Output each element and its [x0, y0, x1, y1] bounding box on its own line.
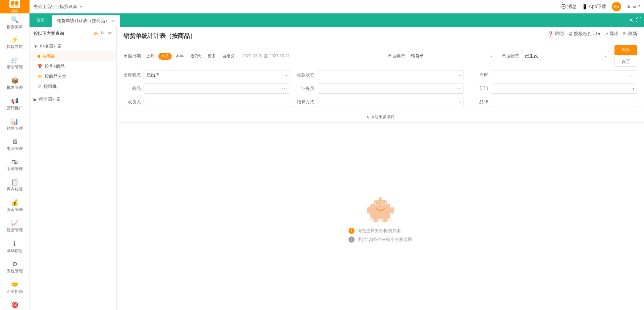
filter-by-month-product[interactable]: 📅 按月+商品 [30, 61, 116, 71]
tip-num-1: 1 [348, 228, 355, 234]
consignee-input[interactable]: ··· [144, 97, 290, 107]
date-tab-this-month[interactable]: 本月 [158, 53, 172, 60]
app-logo[interactable]: 标账 [0, 0, 30, 13]
collapse-btn[interactable]: ∧ 收起更多条件 [366, 114, 395, 120]
app-download-btn[interactable]: 📱 App下载 [582, 4, 606, 10]
collapse-icon: ▼ [34, 44, 38, 49]
empty-tip-1: 1 请先选择要分析的方案 [348, 228, 412, 234]
out-status-select[interactable]: 已出库 ▾ [144, 70, 290, 80]
sidebar-item-basic-info[interactable]: ℹ 基础信息 [0, 237, 29, 257]
sidebar-item-purchase[interactable]: 🛍 采购管理 [0, 155, 29, 175]
workspace-dropdown-icon[interactable]: ▾ [80, 4, 82, 9]
doc-status-select[interactable]: 已生效 ▾ [522, 51, 609, 61]
user-avatar-text: Ea [614, 4, 619, 9]
filter-by-printer[interactable]: 🖨 按司机 [30, 82, 116, 92]
refresh-btn[interactable]: ↻ 刷新 [623, 31, 637, 37]
sidebar-item-label: 资金管理 [7, 207, 23, 213]
receipt-status-arrow: ▾ [459, 73, 461, 77]
system-icon: ⚙ [12, 260, 17, 268]
product-input[interactable]: ··· [144, 84, 290, 94]
sidebar-item-inventory[interactable]: 📋 库存核算 [0, 175, 29, 196]
date-tab-last-month[interactable]: 上月 [144, 53, 157, 60]
filter-by-category[interactable]: 📁 按商品分类 [30, 71, 116, 82]
content-area: 按以下方案查询 ⊕ ↻ ≪ ▼ 电脑端方案 按商品 📅 按月+ [30, 27, 644, 310]
main-content: 销货单统计计表（按商品） ❓ 帮助 🖨 按模板打印 ▾ ↗ 导出 [117, 27, 644, 310]
sidebar-item-finance[interactable]: 💰 资金管理 [0, 196, 29, 216]
user-avatar[interactable]: Ea [612, 2, 621, 11]
settlement-arrow: ▾ [459, 100, 461, 104]
sidebar-item-wholesale[interactable]: 📦 批发管理 [0, 73, 29, 94]
doc-type-value: 销货单 [411, 53, 490, 59]
doc-type-arrow: ▾ [490, 54, 492, 58]
active-dot [38, 55, 40, 58]
date-tab-more[interactable]: 更多 [205, 53, 218, 60]
mobile-filter-group: ▶ 移动端方案 [30, 93, 116, 106]
sidebar-item-search-menu[interactable]: 🔍 搜索菜单 [0, 13, 29, 33]
export-label: 导出 [609, 31, 619, 37]
doc-status-value: 已生效 [525, 53, 604, 59]
filter-panel-title: 按以下方案查询 [34, 31, 64, 37]
marketing-icon: 📢 [11, 97, 18, 105]
tip-text-1: 请先选择要分析的方案 [357, 228, 401, 234]
sidebar-item-enterprise[interactable]: 🤝 企业协同 [0, 277, 29, 298]
tab-close-btn[interactable]: ✕ [629, 17, 633, 23]
tab-expand-btn[interactable]: ⛶ [636, 17, 641, 23]
tip-text-2: 用[过滤]条件来缩小分析范围 [357, 237, 412, 243]
doc-type-label: 单据类型 [388, 53, 408, 59]
tab-close-icon[interactable]: ✕ [111, 18, 115, 23]
wholesale-icon: 📦 [11, 77, 18, 84]
out-status-value: 已出库 [147, 72, 285, 78]
sidebar-item-label: 搜索菜单 [7, 24, 23, 30]
consignee-dots: ··· [282, 99, 287, 105]
message-btn[interactable]: 💬 消息 [560, 4, 577, 10]
workspace-name: 办公用品行业模拟账套 [34, 4, 77, 10]
collapse-panel-btn[interactable]: ≪ [107, 30, 112, 37]
template-print-label: 按模板打印 [574, 31, 597, 37]
filter-by-product[interactable]: 按商品 [30, 51, 116, 61]
doc-type-select[interactable]: 销货单 ▾ [408, 51, 495, 61]
sidebar-item-newbie[interactable]: 🎯 新手引导 [0, 298, 29, 310]
department-select[interactable]: ▾ [491, 84, 637, 94]
add-scheme-btn[interactable]: ⊕ [94, 30, 98, 37]
refresh-scheme-btn[interactable]: ↻ [101, 30, 105, 37]
brand-input[interactable]: ··· [491, 97, 637, 107]
tab-bar-actions: ✕ ⛶ [629, 17, 644, 23]
tip-num-2: 2 [348, 237, 355, 243]
message-label: 消息 [567, 4, 577, 10]
export-btn[interactable]: ↗ 导出 [604, 31, 619, 37]
date-tab-this-year[interactable]: 本年 [173, 53, 186, 60]
warehouse-input[interactable]: ··· [491, 70, 637, 80]
empty-state: 1 请先选择要分析的方案 2 用[过滤]条件来缩小分析范围 [117, 123, 644, 310]
tab-sales-stat[interactable]: 销货单统计计表（按商品） ✕ [52, 15, 120, 27]
svg-rect-14 [383, 218, 387, 222]
sidebar-item-marketing[interactable]: 📢 营销推广 [0, 94, 29, 114]
svg-rect-13 [374, 218, 378, 222]
out-status-field: 出库状态 已出库 ▾ [123, 70, 290, 80]
salesperson-label: 业务员 [297, 86, 317, 92]
sidebar-item-operations[interactable]: 📈 经营管理 [0, 216, 29, 237]
sidebar-item-ecommerce[interactable]: 🖥 电商管理 [0, 135, 29, 155]
tab-home[interactable]: 首页 [30, 13, 52, 27]
sidebar-item-label: 库存核算 [7, 187, 23, 192]
sidebar-item-system[interactable]: ⚙ 系统管理 [0, 257, 29, 277]
sidebar-item-retail[interactable]: 🛒 零售管理 [0, 53, 29, 73]
query-button[interactable]: 查询 [614, 45, 637, 55]
date-tab-last-7days[interactable]: 近7天 [188, 53, 204, 60]
product-field: 商品 ··· [123, 84, 290, 94]
sidebar-item-label: 企业协同 [7, 289, 23, 295]
logo-icon [9, 0, 20, 8]
settings-button[interactable]: 设置 [614, 57, 637, 67]
date-tab-custom[interactable]: 自定义 [220, 53, 237, 60]
sidebar-item-quick-nav[interactable]: ⚡ 快捷导航 [0, 33, 29, 53]
salesperson-input[interactable]: ··· [317, 84, 464, 94]
help-btn[interactable]: ❓ 帮助 [548, 31, 564, 37]
salesperson-dots: ··· [455, 86, 461, 92]
basic-info-icon: ℹ [13, 240, 16, 247]
tab-bar: 首页 销货单统计计表（按商品） ✕ ✕ ⛶ [30, 13, 644, 27]
pc-filter-group: ▼ 电脑端方案 按商品 📅 按月+商品 📁 按商品分类 🖨 按司机 [30, 40, 116, 93]
receipt-status-select[interactable]: ▾ [317, 70, 464, 80]
sidebar-item-sales[interactable]: 📊 销售管理 [0, 114, 29, 135]
template-print-btn[interactable]: 🖨 按模板打印 ▾ [568, 31, 600, 37]
settlement-select[interactable]: ▾ [317, 97, 464, 107]
inventory-icon: 📋 [11, 178, 18, 186]
